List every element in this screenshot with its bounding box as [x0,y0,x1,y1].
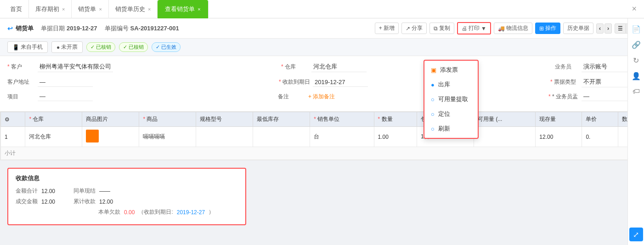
owed-label: 本单欠款 [98,208,120,216]
dropdown-available-qty[interactable]: ○ 可用量提取 [424,92,478,107]
doc-number-value: SA-20191227-001 [130,25,179,32]
form-row-1: 客户 柳州粤港平安气体有限公司 仓库 河北仓库 业务员 演示账号 [7,62,637,72]
address-value: — [38,78,93,87]
customer-label: 客户 [7,63,35,71]
total-label: 金额合计 [16,187,38,195]
payment-row-2: 成交金额 12.00 累计收款 12.00 [16,198,238,205]
col-warehouse: * 仓库 [25,112,82,127]
owed-close: ） [209,208,214,216]
effective-icon: ✓ [156,44,160,50]
sidebar-user-icon[interactable]: 👤 [629,69,643,83]
payment-row-1: 金额合计 12.00 同单现结 —— [16,187,238,195]
total-value: 12.00 [41,188,55,194]
address-label: 客户地址 [7,78,35,86]
product-table: ⚙ * 仓库 商品图片 * 商品 规格型号 最低库存 * 销售单位 * 数量 包… [0,112,644,160]
row-no: 1 [1,127,25,147]
col-settings[interactable]: ⚙ [1,112,25,127]
dropdown-out-warehouse[interactable]: ● 出库 [424,77,478,92]
payment-title: 收款信息 [16,174,238,182]
operate-button[interactable]: ⊞ 操作 [535,23,560,34]
tab-inventory-init-close[interactable]: × [62,6,65,12]
phone-icon: 📱 [12,44,19,51]
ticket-type-label: 票据类型 [550,78,578,86]
tab-sales-order[interactable]: 销货单 × [72,0,108,18]
print-dropdown-arrow: ▼ [481,25,486,32]
copy-button[interactable]: ⧉ 复制 [429,23,454,34]
tab-inventory-init[interactable]: 库存期初 × [29,0,72,18]
close-all-tabs[interactable]: × [628,4,640,14]
address-field: 客户地址 — [7,78,279,87]
dropdown-locate[interactable]: ○ 定位 [424,107,478,121]
doc-date-value: 2019-12-27 [67,25,97,32]
logistics-icon: 🚚 [498,25,505,32]
payment-same-order: 同单现结 —— [73,187,110,195]
row-quantity: 1.00 [374,127,417,147]
sidebar-link-icon[interactable]: 🔗 [629,38,643,51]
add-note-button[interactable]: + 添加备注 [308,93,335,101]
doc-type-icon: ↩ [7,25,13,32]
transaction-value: 12.00 [41,199,55,205]
dropdown-add-invoice[interactable]: ▣ 添发票 [424,63,478,77]
warehouse-label: 仓库 [281,63,309,71]
sub-action-bar: 📱 来自手机 ● 未开票 ✓ 已核销 ✓ 已核销 [0,39,644,56]
sidebar-refresh-icon[interactable]: ↻ [629,53,643,67]
owed-date: 2019-12-27 [177,209,205,216]
customer-field: 客户 柳州粤港平安气体有限公司 [7,62,281,72]
out-warehouse-icon: ● [431,81,435,88]
sales-emp-field: * 业务员盂 — [548,92,637,101]
print-icon: 🖨 [462,25,467,32]
print-button[interactable]: 🖨 打印 ▼ [457,22,491,34]
row-spec [196,127,253,147]
tab-sales-history[interactable]: 销货单历史 × [109,0,158,18]
payment-transaction: 成交金额 12.00 [16,198,55,205]
share-button[interactable]: ↗ 分享 [401,23,427,34]
tab-check-sales-close[interactable]: × [198,6,200,12]
operate-icon: ⊞ [539,25,544,32]
history-button[interactable]: 历史单据 [563,23,593,34]
form-area: 客户 柳州粤港平安气体有限公司 仓库 河北仓库 业务员 演示账号 客户地址 [0,56,644,111]
doc-actions: + 新增 ↗ 分享 ⧉ 复制 🖨 打印 ▼ [375,22,637,34]
refresh-icon: ○ [431,125,435,132]
check-icon: ✓ [90,44,95,50]
employee-label: 业务员 [555,63,578,71]
locate-icon: ○ [431,111,435,118]
tab-sales-history-close[interactable]: × [148,6,151,12]
tab-home[interactable]: 首页 [4,0,29,18]
col-stock: 现存量 [536,112,582,127]
not-open-button[interactable]: ● 未开票 [51,41,83,53]
from-phone-button[interactable]: 📱 来自手机 [7,41,48,53]
prev-button[interactable]: ‹ [596,23,604,34]
doc-header: ↩ 销货单 单据日期 2019-12-27 单据编号 SA-20191227-0… [0,18,644,39]
same-order-value: —— [99,188,110,194]
tab-sales-order-close[interactable]: × [99,6,102,12]
sidebar-expand-icon[interactable]: ⤢ [629,228,643,241]
tab-bar: 首页 库存期初 × 销货单 × 销货单历史 × 查看销货单 × × [0,0,644,18]
checked-badge: ✓ 已核销 [86,42,115,52]
col-quantity: * 数量 [374,112,417,127]
logistics-button[interactable]: 🚚 物流信息 [494,23,532,34]
list-view-button[interactable]: ☰ [615,23,626,34]
note-label: 备注 [278,93,305,101]
payment-section: 收款信息 金额合计 12.00 同单现结 —— 成交金额 [0,160,644,231]
tab-check-sales[interactable]: 查看销货单 × [158,0,208,18]
doc-meta: 单据日期 2019-12-27 单据编号 SA-20191227-001 [41,24,179,33]
row-stock: 12.00 [536,127,582,147]
dropdown-refresh[interactable]: ○ 刷新 [424,121,478,136]
row-warehouse: 河北仓库 [25,127,82,147]
sidebar-tag-icon[interactable]: 🏷 [629,85,643,98]
payment-date-label: 收款到期日 [279,78,310,86]
transaction-label: 成交金额 [16,198,38,205]
ticket-icon: ● [56,44,60,51]
owed-value: 0.00 [124,209,135,216]
product-thumbnail [86,130,99,142]
next-button[interactable]: › [604,23,612,34]
available-qty-icon: ○ [431,96,435,103]
add-button[interactable]: + 新增 [375,23,399,34]
subtotal-label: 小计 [1,147,644,160]
warehouse-field: 仓库 河北仓库 [281,62,555,72]
table-subtotal-row: 小计 [1,147,644,160]
doc-type-label: 销货单 [16,24,34,33]
warehouse-value: 河北仓库 [311,62,367,72]
sidebar-doc-icon[interactable]: 📄 [629,22,643,36]
col-available: 可用量 (... [474,112,536,127]
